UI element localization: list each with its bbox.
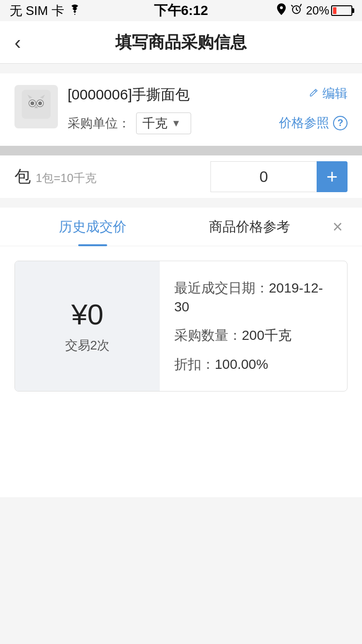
product-info: [0000006]手撕面包 采购单位： 千克 ▼	[68, 85, 191, 134]
battery-indicator: 20%	[306, 4, 352, 17]
recent-date-row: 最近成交日期：2019-12-30	[174, 279, 333, 316]
recent-date-label: 最近成交日期：	[174, 280, 269, 295]
location-icon	[276, 3, 287, 18]
wifi-icon	[68, 3, 82, 18]
purchase-quantity-row: 采购数量：200千克	[174, 326, 333, 345]
tab-history-price[interactable]: 历史成交价	[14, 208, 171, 246]
qty-conversion: 1包=10千克	[36, 170, 97, 186]
status-bar: 无 SIM 卡 下午6:12 20%	[0, 0, 362, 21]
product-top-row: [0000006]手撕面包 采购单位： 千克 ▼	[14, 85, 348, 134]
edit-button[interactable]: 编辑	[309, 85, 348, 102]
back-button[interactable]: ‹	[14, 33, 21, 52]
tab-price-reference[interactable]: 商品价格参考	[171, 208, 327, 246]
unit-label: 采购单位：	[68, 115, 130, 132]
quantity-plus-button[interactable]: +	[317, 161, 348, 192]
page-title: 填写商品采购信息	[115, 31, 247, 54]
discount-row: 折扣：100.00%	[174, 355, 333, 374]
quantity-input[interactable]	[210, 161, 317, 192]
quantity-right: +	[210, 161, 348, 192]
status-carrier: 无 SIM 卡	[10, 2, 82, 19]
svg-rect-1	[22, 90, 51, 119]
main-content: 历史成交价 商品价格参考 × ¥0 交易2次 最近成交日期：2019-12-30	[0, 208, 362, 497]
quantity-value: 200千克	[242, 328, 292, 343]
section-divider	[0, 146, 362, 155]
trade-count: 交易2次	[65, 337, 110, 354]
product-right-section: 编辑 价格参照 ?	[279, 85, 348, 131]
product-left-section: [0000006]手撕面包 采购单位： 千克 ▼	[14, 85, 191, 134]
tabs-header: 历史成交价 商品价格参考 ×	[0, 208, 362, 246]
product-logo-icon	[22, 90, 51, 124]
product-name: [0000006]手撕面包	[68, 85, 191, 105]
dropdown-arrow-icon: ▼	[171, 118, 181, 129]
price-ref-button[interactable]: 价格参照 ?	[279, 114, 348, 131]
tabs-section: 历史成交价 商品价格参考 × ¥0 交易2次 最近成交日期：2019-12-30	[0, 208, 362, 406]
battery-icon	[331, 5, 352, 16]
price-card-right: 最近成交日期：2019-12-30 采购数量：200千克 折扣：100.00%	[160, 261, 347, 391]
price-card: ¥0 交易2次 最近成交日期：2019-12-30 采购数量：200千克 折扣：…	[14, 261, 348, 392]
product-unit-row: 采购单位： 千克 ▼	[68, 112, 191, 134]
price-card-left: ¥0 交易2次	[15, 261, 160, 391]
edit-icon	[309, 86, 320, 101]
tab-close-button[interactable]: ×	[328, 217, 348, 237]
status-right-group: 20%	[276, 3, 352, 18]
quantity-label: 采购数量：	[174, 328, 242, 343]
battery-fill	[333, 7, 336, 14]
nav-header: ‹ 填写商品采购信息	[0, 21, 362, 64]
unit-value: 千克	[142, 115, 167, 132]
quantity-row: 包 1包=10千克 +	[0, 155, 362, 198]
alarm-icon	[291, 3, 302, 18]
plus-icon: +	[326, 167, 337, 186]
currency-symbol: ¥	[71, 298, 87, 331]
svg-point-5	[38, 101, 42, 105]
qty-unit-name: 包	[14, 166, 31, 188]
info-icon: ?	[333, 116, 348, 130]
product-thumbnail	[14, 85, 58, 128]
discount-label: 折扣：	[174, 357, 215, 372]
price-amount: ¥0	[71, 298, 104, 331]
quantity-left: 包 1包=10千克	[14, 166, 97, 188]
status-time: 下午6:12	[154, 1, 208, 20]
discount-value: 100.00%	[215, 357, 268, 372]
svg-point-4	[30, 101, 34, 105]
history-price-content: ¥0 交易2次 最近成交日期：2019-12-30 采购数量：200千克 折扣：…	[0, 246, 362, 406]
price-value: 0	[87, 298, 103, 331]
unit-select[interactable]: 千克 ▼	[136, 112, 191, 134]
product-card: [0000006]手撕面包 采购单位： 千克 ▼	[0, 73, 362, 146]
price-ref-label: 价格参照	[279, 114, 329, 131]
